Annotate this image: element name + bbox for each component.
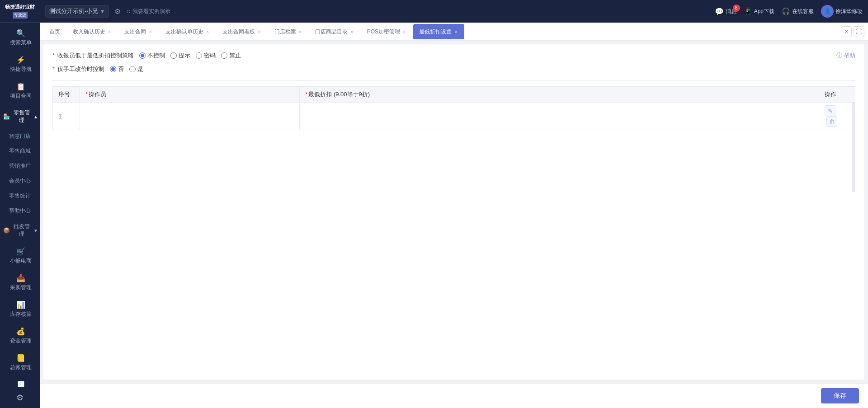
tab-min-discount[interactable]: 最低折扣设置 × xyxy=(413,24,464,39)
sidebar-item-retail-mall[interactable]: 零售商城 xyxy=(0,144,40,159)
sidebar-item-wholesale[interactable]: 📦 批发管理 ▼ xyxy=(0,218,40,243)
sidebar-item-retail-stat[interactable]: 零售统计 xyxy=(0,188,40,203)
radio-manual-no[interactable]: 否 xyxy=(110,65,124,73)
radio-remind[interactable]: 提示 xyxy=(170,52,190,60)
settings-icon[interactable]: ⚙ xyxy=(16,393,24,403)
ecommerce-icon: 🛒 xyxy=(16,247,25,256)
tabbar: 首页 收入确认历史 × 支出合同 × 支出确认单历史 × 支出合同看板 × 门店… xyxy=(40,23,868,41)
cell-discount[interactable] xyxy=(300,103,819,130)
tab-home[interactable]: 首页 xyxy=(43,24,66,39)
control-label: * 收银员低于最低折扣控制策略 xyxy=(52,52,134,60)
tab-close-icon[interactable]: × xyxy=(453,28,458,35)
sidebar-item-smart-store[interactable]: 智慧门店 xyxy=(0,129,40,144)
radio-password-input[interactable] xyxy=(196,52,202,59)
radio-manual-no-input[interactable] xyxy=(110,66,116,72)
sidebar-item-marketing[interactable]: 营销推广 xyxy=(0,159,40,174)
sidebar-sub-label: 零售商城 xyxy=(9,147,31,155)
sidebar-item-ledger[interactable]: 📒 总账管理 xyxy=(0,349,40,376)
project-selector[interactable]: 测试分开示例-小兄 ▼ xyxy=(45,5,109,18)
tab-close-icon[interactable]: × xyxy=(402,28,406,35)
maximize-button[interactable]: ⛶ xyxy=(854,26,864,37)
radio-remind-input[interactable] xyxy=(170,52,177,59)
control-radio-group: 不控制 提示 密码 禁止 xyxy=(139,52,241,60)
topbar-left: 测试分开示例-小兄 ▼ ⚙ ○ 我要看实例演示 xyxy=(45,5,715,18)
radio-no-control[interactable]: 不控制 xyxy=(139,52,165,60)
radio-forbid-input[interactable] xyxy=(221,52,227,59)
inventory-icon: 📊 xyxy=(16,300,25,309)
tab-store-products[interactable]: 门店商品目录 × xyxy=(309,24,360,39)
tab-store-file[interactable]: 门店档案 × xyxy=(269,24,308,39)
tab-expense-confirm-history[interactable]: 支出确认单历史 × xyxy=(160,24,216,39)
tab-close-icon[interactable]: × xyxy=(257,28,261,35)
tab-income-history[interactable]: 收入确认历史 × xyxy=(67,24,118,39)
project-name: 测试分开示例-小兄 xyxy=(49,7,98,15)
help-button[interactable]: ⓘ 帮助 xyxy=(836,52,855,60)
tab-close-icon[interactable]: × xyxy=(205,28,210,35)
tab-label: 门店商品目录 xyxy=(315,28,348,36)
sidebar-item-inventory[interactable]: 📊 库存核算 xyxy=(0,296,40,323)
tab-expense-board[interactable]: 支出合同看板 × xyxy=(217,24,267,39)
tab-close-icon[interactable]: × xyxy=(148,28,152,35)
sidebar-item-contract[interactable]: 📋 项目合同 xyxy=(0,78,40,104)
sidebar-item-label: 零售管理 xyxy=(11,109,32,124)
retail-icon: 🏪 xyxy=(3,113,10,120)
sidebar-item-label: 总账管理 xyxy=(10,364,32,371)
topbar: 测试分开示例-小兄 ▼ ⚙ ○ 我要看实例演示 💬 8 消息 📱 App下载 🎧… xyxy=(40,0,868,23)
cell-actions: ✎ 🗑 xyxy=(819,103,855,130)
app-download-icon: 📱 xyxy=(744,7,752,15)
tab-close-icon[interactable]: × xyxy=(349,28,354,35)
online-service-item[interactable]: 🎧 在线客服 xyxy=(782,7,814,15)
tab-label: 支出合同 xyxy=(124,28,146,36)
sidebar-item-help-center[interactable]: 帮助中心 xyxy=(0,203,40,218)
sidebar-item-finance[interactable]: 💰 资金管理 xyxy=(0,323,40,349)
tab-close-icon[interactable]: × xyxy=(107,28,112,35)
sidebar-item-label: 批发管理 xyxy=(11,223,32,238)
close-tab-button[interactable]: × xyxy=(841,26,852,37)
col-discount: *最低折扣 (9.00等于9折) xyxy=(300,87,819,103)
tab-expense-contract[interactable]: 支出合同 × xyxy=(118,24,158,39)
tab-label: 最低折扣设置 xyxy=(419,28,452,36)
edit-row-button[interactable]: ✎ xyxy=(825,105,835,116)
sidebar-item-member[interactable]: 会员中心 xyxy=(0,174,40,188)
table-scrollbar[interactable] xyxy=(852,102,855,192)
tab-close-icon[interactable]: × xyxy=(298,28,302,35)
radio-password-label: 密码 xyxy=(204,52,216,60)
radio-forbid[interactable]: 禁止 xyxy=(221,52,241,60)
sidebar-item-invoice[interactable]: 🧾 发票管理 xyxy=(0,376,40,387)
radio-manual-yes[interactable]: 是 xyxy=(129,65,143,73)
username-label: 徐泽华修改 xyxy=(835,8,863,15)
cell-operator[interactable] xyxy=(80,103,300,130)
tab-label: 门店档案 xyxy=(274,28,296,36)
required-mark: * xyxy=(52,52,55,59)
user-profile-item[interactable]: 👤 徐泽华修改 xyxy=(821,5,863,18)
sidebar-item-quicknav[interactable]: ⚡ 快捷导航 xyxy=(0,51,40,78)
footer-bar: 保存 xyxy=(40,383,868,408)
form-row-control: * 收银员低于最低折扣控制策略 不控制 提示 xyxy=(52,52,855,60)
topbar-settings-icon[interactable]: ⚙ xyxy=(113,5,123,18)
ledger-icon: 📒 xyxy=(16,354,25,362)
search-icon: 🔍 xyxy=(16,29,25,38)
page-panel: * 收银员低于最低折扣控制策略 不控制 提示 xyxy=(43,44,864,380)
demo-link[interactable]: ○ 我要看实例演示 xyxy=(126,7,170,15)
app-download-item[interactable]: 📱 App下载 xyxy=(744,7,774,15)
sidebar-menu: 🔍 搜索菜单 ⚡ 快捷导航 📋 项目合同 🏪 零售管理 ▲ 智慧门店 零售商城 … xyxy=(0,23,40,387)
sidebar-item-ecommerce[interactable]: 🛒 小畅电商 xyxy=(0,243,40,269)
sidebar-item-purchase[interactable]: 📥 采购管理 xyxy=(0,269,40,296)
radio-manual-yes-input[interactable] xyxy=(129,66,136,72)
manual-radio-group: 否 是 xyxy=(110,65,143,73)
user-icon: 👤 xyxy=(824,8,831,14)
logo-text: 畅捷通好业财 xyxy=(5,4,35,10)
message-item[interactable]: 💬 8 消息 xyxy=(715,7,736,16)
sidebar-item-search[interactable]: 🔍 搜索菜单 xyxy=(0,24,40,51)
sidebar-item-retail[interactable]: 🏪 零售管理 ▲ xyxy=(0,104,40,129)
tab-pos-encrypt[interactable]: POS加密管理 × xyxy=(361,24,413,39)
delete-row-button[interactable]: 🗑 xyxy=(826,116,837,127)
table-body: 1 ✎ 🗑 xyxy=(53,103,855,130)
sidebar-item-label: 项目合同 xyxy=(10,92,32,100)
save-button[interactable]: 保存 xyxy=(821,388,859,403)
sidebar-item-label: 搜索菜单 xyxy=(10,39,32,47)
main-container: 测试分开示例-小兄 ▼ ⚙ ○ 我要看实例演示 💬 8 消息 📱 App下载 🎧… xyxy=(40,0,868,408)
radio-password[interactable]: 密码 xyxy=(196,52,216,60)
help-circle-icon: ⓘ xyxy=(836,52,842,60)
radio-no-control-input[interactable] xyxy=(139,52,146,59)
